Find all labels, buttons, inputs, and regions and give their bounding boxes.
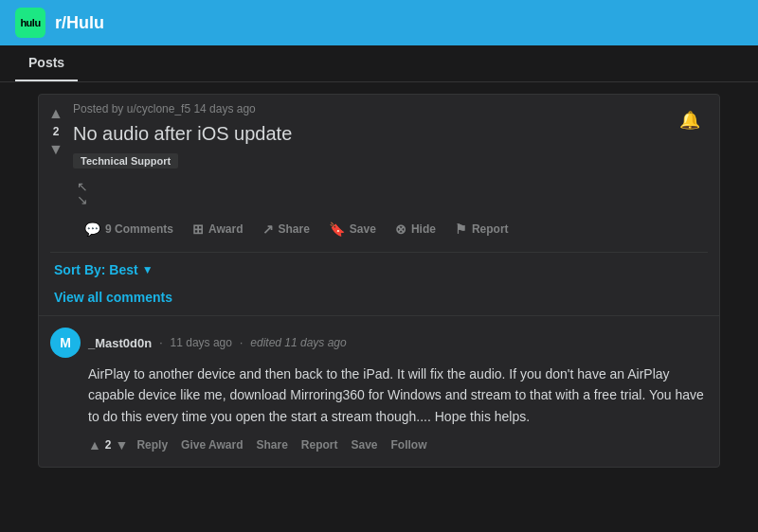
comment-save-button[interactable]: Save xyxy=(347,434,383,455)
comment-vote-count: 2 xyxy=(105,438,112,452)
award-button[interactable]: ⊞ Award xyxy=(185,216,250,242)
share-icon: ↗ xyxy=(262,222,274,237)
commenter-avatar: M xyxy=(50,328,81,358)
comment-section: M _Mast0d0n · 11 days ago · edited 11 da… xyxy=(39,316,719,467)
comment-downvote-button[interactable]: ▼ xyxy=(116,437,129,452)
award-icon: ⊞ xyxy=(192,222,204,237)
comment-give-award-button[interactable]: Give Award xyxy=(176,434,247,455)
share-label: Share xyxy=(279,222,310,236)
notification-bell-icon[interactable]: 🔔 xyxy=(672,102,708,138)
hide-icon: ⊗ xyxy=(395,222,406,237)
comment-edited: edited 11 days ago xyxy=(250,336,346,349)
award-label: Award xyxy=(208,222,243,236)
comment-reply-button[interactable]: Reply xyxy=(132,434,172,455)
sort-row: Sort By: Best ▼ xyxy=(39,253,719,287)
report-icon: ⚑ xyxy=(455,222,467,237)
comment-body: AirPlay to another device and then back … xyxy=(88,364,708,427)
nav-bar: Posts xyxy=(0,45,758,82)
comment-vote-row: ▲ 2 ▼ xyxy=(88,437,128,452)
save-icon: 🔖 xyxy=(329,222,345,237)
subreddit-name[interactable]: r/Hulu xyxy=(55,13,104,33)
comment-actions: ▲ 2 ▼ Reply Give Award Share Report Save… xyxy=(88,434,708,455)
vote-count: 2 xyxy=(53,125,60,138)
header: hulu r/Hulu xyxy=(0,0,758,45)
share-button[interactable]: ↗ Share xyxy=(255,216,317,242)
post-card: ▲ 2 ▼ Posted by u/cyclone_f5 14 days ago… xyxy=(38,94,720,468)
comment-dot: · xyxy=(240,336,243,349)
comments-button[interactable]: 💬 9 Comments xyxy=(77,216,181,242)
tab-posts[interactable]: Posts xyxy=(15,45,78,81)
hulu-logo: hulu xyxy=(15,8,45,38)
downvote-button[interactable]: ▼ xyxy=(46,140,65,159)
flair-badge[interactable]: Technical Support xyxy=(73,153,178,168)
view-all-comments-section: View all comments xyxy=(39,287,719,315)
comment-follow-button[interactable]: Follow xyxy=(387,434,432,455)
comments-icon: 💬 xyxy=(84,222,100,237)
comment-upvote-button[interactable]: ▲ xyxy=(88,437,101,452)
save-label: Save xyxy=(350,222,376,236)
sort-arrow-icon[interactable]: ▼ xyxy=(142,263,153,276)
post-actions: 💬 9 Comments ⊞ Award ↗ Share 🔖 Save ⊗ Hi… xyxy=(39,210,719,252)
post-content: Posted by u/cyclone_f5 14 days ago No au… xyxy=(73,102,664,210)
comment-time-ago: 11 days ago xyxy=(171,336,232,349)
post-header-row: ▲ 2 ▼ Posted by u/cyclone_f5 14 days ago… xyxy=(39,95,719,210)
report-button[interactable]: ⚑ Report xyxy=(447,216,516,242)
expand-icon[interactable]: ↖↘ xyxy=(73,176,664,210)
report-label: Report xyxy=(472,222,509,236)
view-all-comments-link[interactable]: View all comments xyxy=(54,290,172,305)
hide-label: Hide xyxy=(411,222,436,236)
comment-share-button[interactable]: Share xyxy=(251,434,292,455)
commenter-name[interactable]: _Mast0d0n xyxy=(88,336,152,350)
comment-report-button[interactable]: Report xyxy=(297,434,343,455)
post-title: No audio after iOS update xyxy=(73,121,664,146)
save-button[interactable]: 🔖 Save xyxy=(321,216,384,242)
post-meta: Posted by u/cyclone_f5 14 days ago xyxy=(73,102,664,115)
comment-header: M _Mast0d0n · 11 days ago · edited 11 da… xyxy=(50,328,708,358)
sort-selector[interactable]: Sort By: Best xyxy=(54,262,138,277)
upvote-button[interactable]: ▲ xyxy=(46,104,65,123)
main-content: ▲ 2 ▼ Posted by u/cyclone_f5 14 days ago… xyxy=(0,82,758,479)
hide-button[interactable]: ⊗ Hide xyxy=(388,216,443,242)
comment-time: · xyxy=(159,336,162,349)
vote-column: ▲ 2 ▼ xyxy=(46,102,65,159)
comments-label: 9 Comments xyxy=(105,222,173,236)
